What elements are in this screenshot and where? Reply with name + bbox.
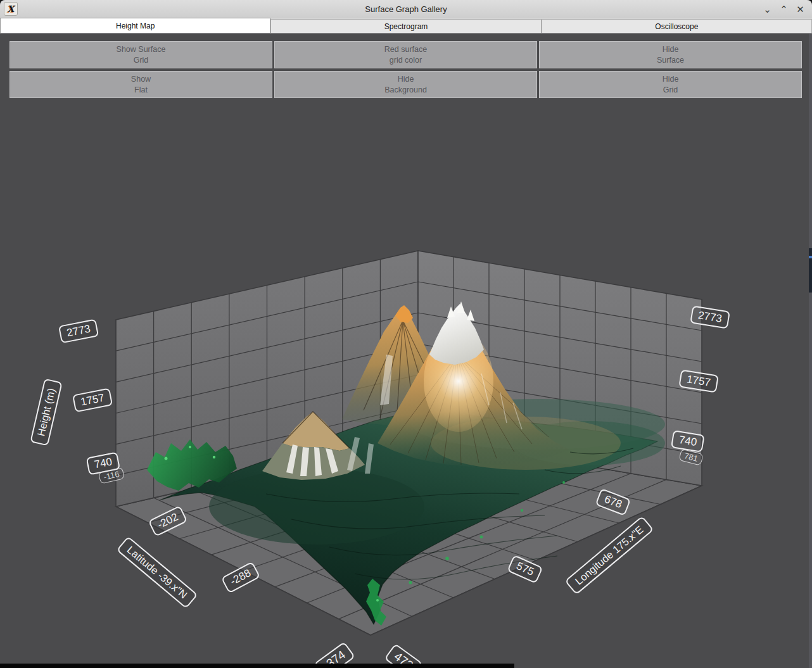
surface-3d-view[interactable] (0, 0, 812, 668)
hide-surface-button[interactable]: Hide Surface (539, 41, 802, 68)
bottom-screen-strip (0, 664, 514, 668)
button-label: grid color (390, 55, 422, 66)
tab-spectrogram[interactable]: Spectrogram (270, 19, 541, 33)
surface-grid-color-button[interactable]: Red surface grid color (274, 41, 537, 68)
minimize-icon[interactable]: ⌄ (762, 4, 773, 15)
button-label: Background (384, 85, 427, 96)
window-title: Surface Graph Gallery (0, 4, 812, 14)
button-label: Show Surface (117, 44, 166, 55)
show-flat-button[interactable]: Show Flat (10, 71, 272, 98)
hide-background-button[interactable]: Hide Background (274, 71, 537, 98)
tab-oscilloscope[interactable]: Oscilloscope (542, 19, 812, 33)
app-icon[interactable]: X (4, 2, 18, 16)
window-controls: ⌄ ⌃ ✕ (762, 4, 806, 15)
button-label: Flat (134, 85, 148, 96)
button-label: Red surface (384, 44, 427, 55)
tab-bar: Height Map Spectrogram Oscilloscope (0, 18, 812, 34)
toggle-surface-grid-button[interactable]: Show Surface Grid (10, 41, 272, 68)
button-label: Grid (134, 55, 149, 66)
app-window: X Surface Graph Gallery ⌄ ⌃ ✕ Height Map… (0, 0, 812, 668)
close-icon[interactable]: ✕ (795, 4, 806, 15)
tab-height-map[interactable]: Height Map (0, 18, 270, 33)
button-label: Hide (663, 74, 679, 85)
background-window-sliver (809, 33, 812, 668)
button-label: Show (131, 74, 151, 85)
button-label: Surface (657, 55, 684, 66)
button-label: Grid (663, 85, 678, 96)
button-label: Hide (663, 44, 679, 55)
maximize-icon[interactable]: ⌃ (778, 4, 789, 15)
toolbar: Show Surface Grid Red surface grid color… (10, 41, 802, 98)
titlebar[interactable]: X Surface Graph Gallery ⌄ ⌃ ✕ (0, 0, 812, 18)
button-label: Hide (398, 74, 414, 85)
hide-grid-button[interactable]: Hide Grid (539, 71, 802, 98)
